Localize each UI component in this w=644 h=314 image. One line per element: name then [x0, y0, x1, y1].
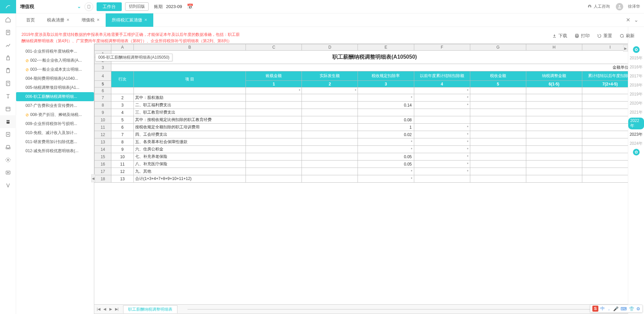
nav-settings-icon[interactable] [0, 153, 16, 166]
year-item[interactable]: 2021年 [630, 109, 643, 116]
row-header[interactable]: 10 [95, 116, 111, 124]
cell[interactable] [302, 102, 358, 109]
cell-label[interactable]: 合计(1+3+4+7+8+9+10+11+12) [133, 175, 246, 183]
cell-label[interactable]: 八、补充医疗保险 [133, 161, 246, 168]
year-item[interactable]: 2017年 [630, 72, 643, 80]
year-item[interactable]: 2015年 [630, 54, 643, 62]
cell[interactable] [414, 109, 470, 116]
form-list-item[interactable]: 012-减免所得税优惠明细表(... [16, 146, 94, 155]
row-header[interactable]: 14 [95, 146, 111, 153]
cell[interactable]: * [246, 87, 302, 94]
avatar[interactable] [616, 3, 623, 10]
ime-skin-icon[interactable]: 👕 [629, 306, 634, 311]
ime-keyboard-icon[interactable]: ⌨ [621, 306, 627, 311]
sheet-nav-next[interactable]: ▶ [108, 307, 113, 311]
cell[interactable] [246, 146, 302, 153]
sheet-h-scroll[interactable] [184, 307, 638, 312]
cell-line[interactable]: 8 [111, 138, 134, 146]
year-up-icon[interactable]: ✿ [633, 46, 640, 53]
tab-vat[interactable]: 增值税✕ [75, 13, 106, 27]
cell[interactable]: 1 [358, 124, 414, 131]
form-list-item[interactable]: ⊘002-一般企业收入明细表(A... [16, 56, 94, 65]
cell[interactable] [470, 146, 526, 153]
nav-inbox-icon[interactable] [0, 141, 16, 153]
form-list-item[interactable]: 005-纳税调整项目明细表(A1... [16, 83, 94, 92]
cell[interactable] [358, 87, 414, 94]
cell-line[interactable]: 10 [111, 153, 134, 161]
username[interactable]: 徐泽华 [628, 4, 640, 9]
ime-punct[interactable]: ， [607, 306, 611, 312]
cell-line[interactable]: 13 [111, 175, 134, 183]
cell-line[interactable]: 12 [111, 168, 134, 175]
calendar-icon[interactable]: 📅 [187, 3, 194, 10]
cell[interactable] [526, 109, 582, 116]
cell-label[interactable]: 三、职工教育经费支出 [133, 109, 246, 116]
workspace-button[interactable]: 工作台 [97, 2, 122, 11]
cell[interactable] [526, 146, 582, 153]
col-header[interactable]: E [358, 44, 414, 51]
cell[interactable] [470, 87, 526, 94]
form-list-item[interactable]: 006-职工薪酬纳税调整明细... [16, 92, 94, 101]
col-header[interactable]: C [246, 44, 302, 51]
nav-doc-icon[interactable] [0, 26, 16, 39]
row-header[interactable]: 4 [95, 71, 111, 81]
cell-line[interactable]: 5 [111, 116, 134, 124]
cell[interactable]: * [414, 94, 470, 102]
cell-line[interactable]: 4 [111, 109, 134, 116]
cell[interactable] [302, 131, 358, 138]
row-header[interactable]: 11 [95, 124, 111, 131]
cell[interactable]: 0.14 [358, 102, 414, 109]
cell[interactable]: * [358, 146, 414, 153]
ime-tool-icon[interactable]: ⚙ [636, 306, 640, 311]
tabs-close-all[interactable]: ✕ [624, 16, 632, 24]
form-list-item[interactable]: 007-广告费和业务宣传费跨... [16, 101, 94, 110]
year-item[interactable]: 2019年 [630, 90, 643, 98]
form-list-item[interactable]: 010-免税、减计收入及加计... [16, 128, 94, 137]
cell[interactable]: * [414, 138, 470, 146]
year-item[interactable]: 2016年 [630, 63, 643, 71]
ime-toolbar[interactable]: S 中 ， 🎤 ⌨ 👕 ⚙ [590, 305, 643, 313]
form-list-item[interactable]: 001-企业所得税年度纳税申... [16, 47, 94, 56]
cell-label[interactable]: 二、职工福利费支出 [133, 102, 246, 109]
cell[interactable] [470, 116, 526, 124]
cell[interactable] [470, 131, 526, 138]
grid-corner[interactable] [95, 44, 111, 51]
cell-label[interactable]: 九、其他 [133, 168, 246, 175]
row-header[interactable]: 8 [95, 102, 111, 109]
cell[interactable]: * [414, 168, 470, 175]
cell[interactable] [302, 124, 358, 131]
cell-line[interactable] [111, 87, 134, 94]
expand-panel-arrow[interactable]: ▶ [623, 45, 628, 52]
nav-bag-icon[interactable] [0, 52, 16, 64]
period-value[interactable]: 2023-09 [166, 4, 182, 9]
close-icon[interactable]: ✕ [66, 18, 69, 22]
sheet-tab[interactable]: 职工薪酬纳税调整明细表 [123, 305, 177, 313]
cell[interactable]: 0.05 [358, 153, 414, 161]
cell[interactable] [302, 161, 358, 168]
row-header[interactable]: 6 [95, 87, 111, 94]
consult-link[interactable]: 人工咨询 [587, 4, 610, 9]
cell[interactable] [526, 138, 582, 146]
col-header[interactable]: F [414, 44, 470, 51]
cell[interactable] [526, 175, 582, 183]
cell[interactable] [526, 94, 582, 102]
cell-label[interactable]: 四、工会经费支出 [133, 131, 246, 138]
tab-income-tax[interactable]: 所得税汇算清缴✕ [106, 13, 153, 27]
cell[interactable] [302, 94, 358, 102]
cell[interactable]: * [414, 87, 470, 94]
row-header[interactable]: 17 [95, 168, 111, 175]
col-header[interactable]: G [470, 44, 526, 51]
cell[interactable] [470, 138, 526, 146]
cell[interactable]: * [414, 153, 470, 161]
nav-video-icon[interactable] [0, 166, 16, 179]
ime-logo-icon[interactable]: S [592, 306, 598, 312]
collapse-handle[interactable]: ◀ [91, 174, 95, 182]
cell[interactable]: * [414, 161, 470, 168]
cell[interactable] [526, 153, 582, 161]
header-doc-button[interactable] [85, 2, 93, 11]
nav-export-icon[interactable] [0, 128, 16, 141]
nav-chart-icon[interactable] [0, 39, 16, 52]
cell-label[interactable]: 其中：股权激励 [133, 94, 246, 102]
cell[interactable] [302, 146, 358, 153]
cell[interactable] [526, 87, 582, 94]
